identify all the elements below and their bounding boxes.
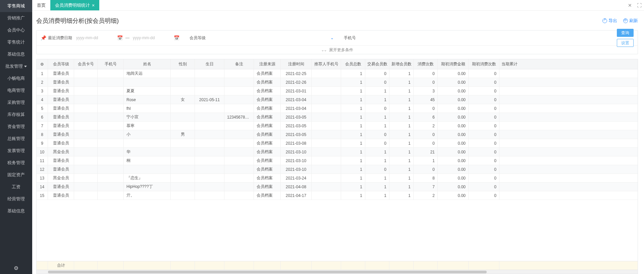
col-remark[interactable]: 备注 xyxy=(224,59,254,69)
calendar-icon[interactable]: 📅 xyxy=(174,35,179,41)
col-member-total[interactable]: 会员总数 xyxy=(341,59,365,69)
col-src[interactable]: 注册来源 xyxy=(254,59,281,69)
chevron-double-down-icon: ⌄⌄ xyxy=(321,48,326,52)
sidebar-item-label: 小畅电商 xyxy=(7,72,25,84)
sidebar-item-13[interactable]: 税务管理 xyxy=(0,157,32,169)
sidebar-item-label: 发票管理 xyxy=(7,145,25,157)
table-row[interactable]: 12普通会员会员档案2021-03-1010100.000 xyxy=(37,165,638,174)
sidebar-item-12[interactable]: 发票管理 xyxy=(0,145,32,157)
table-row[interactable]: 11普通会员桐会员档案2021-03-1011110.000 xyxy=(37,156,638,165)
expand-filters[interactable]: ⌄⌄ 展开更多条件 xyxy=(37,45,638,54)
sidebar-item-label: 基础信息 xyxy=(7,48,25,60)
tab-bar: 首页 会员消费明细统计 × ✕ ⛶ xyxy=(32,0,644,11)
sidebar-item-label: 采购管理 xyxy=(7,96,25,109)
sidebar: 零售商城营销推广会员中心零售统计基础信息批发管理小畅电商电商管理采购管理库存核算… xyxy=(0,0,32,274)
table-row[interactable]: 1普通会员地阔天远会员档案2021-02-2510100.000 xyxy=(37,69,638,78)
calendar-icon[interactable]: 📅 xyxy=(117,35,123,41)
sidebar-item-16[interactable]: 经营管理 xyxy=(0,193,32,205)
col-phone[interactable]: 手机号 xyxy=(98,59,124,69)
table-row[interactable]: 5普通会员fhl会员档案2021-03-0410100.000 xyxy=(37,104,638,113)
sidebar-item-15[interactable]: 工资 xyxy=(0,181,32,193)
col-init-amount[interactable]: 期初消费金额 xyxy=(438,59,469,69)
col-name[interactable]: 姓名 xyxy=(124,59,171,69)
sidebar-item-label: 零售商城 xyxy=(7,0,25,12)
col-member-new[interactable]: 新增会员数 xyxy=(389,59,414,69)
chevron-down-icon xyxy=(24,66,27,67)
table-footer-row: 合计 xyxy=(37,261,638,270)
sidebar-item-6[interactable]: 小畅电商 xyxy=(0,72,32,84)
sidebar-item-3[interactable]: 零售统计 xyxy=(0,36,32,48)
col-refphone[interactable]: 推荐人手机号 xyxy=(312,59,341,69)
sidebar-item-label: 经营管理 xyxy=(7,193,25,205)
sidebar-item-5[interactable]: 批发管理 xyxy=(0,60,32,72)
table-row[interactable]: 9普通会员会员档案2021-03-0810100.000 xyxy=(37,139,638,148)
col-gender[interactable]: 性别 xyxy=(171,59,195,69)
export-icon xyxy=(602,18,607,23)
sidebar-item-14[interactable]: 固定资产 xyxy=(0,169,32,181)
sidebar-item-label: 电商管理 xyxy=(7,84,25,96)
pin-icon[interactable]: 📌 xyxy=(41,35,48,41)
table-row[interactable]: 8普通会员小男会员档案2021-03-0510100.000 xyxy=(37,130,638,139)
scrollbar-thumb[interactable] xyxy=(48,271,487,273)
tab-member-stats[interactable]: 会员消费明细统计 × xyxy=(50,0,99,10)
tab-home[interactable]: 首页 xyxy=(32,0,50,10)
table-row[interactable]: 3普通会员夏夏会员档案2021-03-0111130.000 xyxy=(37,87,638,95)
close-icon[interactable]: × xyxy=(92,3,95,8)
phone-field: 手机号 xyxy=(344,35,436,41)
col-level[interactable]: 会员等级 xyxy=(48,59,74,69)
tab-label: 会员消费明细统计 xyxy=(55,2,90,8)
table-row[interactable]: 14普通会员HipHop????丁会员档案2021-04-0811170.000 xyxy=(37,183,638,191)
sidebar-item-10[interactable]: 资金管理 xyxy=(0,121,32,133)
table-row[interactable]: 4普通会员Rose女2021-05-11会员档案2021-03-04111450… xyxy=(37,95,638,104)
date-range-field: 最近消费日期 📅 — 📅 xyxy=(48,35,179,41)
horizontal-scrollbar[interactable] xyxy=(37,270,638,274)
table-row[interactable]: 7普通会员慕寒会员档案2021-03-0511120.000 xyxy=(37,122,638,130)
col-birth[interactable]: 生日 xyxy=(195,59,224,69)
col-card[interactable]: 会员卡号 xyxy=(74,59,98,69)
col-member-trans[interactable]: 交易会员数 xyxy=(365,59,389,69)
table-row[interactable]: 6普通会员宁小宣12345678…会员档案2021-03-0511160.000 xyxy=(37,113,638,122)
chevron-down-icon: ⌄ xyxy=(330,36,334,40)
data-table: ⚙ 会员等级 会员卡号 手机号 姓名 性别 生日 备注 注册来源 注册时间 推荐… xyxy=(36,59,638,274)
table-row[interactable]: 13黑金会员『恋生』会员档案2021-03-2411180.000 xyxy=(37,174,638,183)
col-current[interactable]: 当期累计 xyxy=(499,59,520,69)
query-button[interactable]: 查询 xyxy=(617,29,634,37)
sidebar-item-9[interactable]: 库存核算 xyxy=(0,109,32,121)
fullscreen-icon[interactable]: ⛶ xyxy=(635,0,644,10)
settings-gear[interactable]: ⚙ xyxy=(0,262,32,274)
member-level-select[interactable]: ⌄ xyxy=(212,36,334,41)
page-title: 会员消费明细分析(按会员明细) xyxy=(36,17,119,25)
tab-close-button[interactable]: ✕ xyxy=(625,0,635,10)
sidebar-item-label: 零售统计 xyxy=(7,36,25,48)
sidebar-item-label: 营销推广 xyxy=(7,12,25,24)
table-row[interactable]: 15普通会员亓。会员档案2021-04-1711120.000 xyxy=(37,191,638,200)
sidebar-item-7[interactable]: 电商管理 xyxy=(0,84,32,96)
filter-panel: 📌 最近消费日期 📅 — 📅 会员等级 ⌄ 手机号 xyxy=(36,30,638,54)
sidebar-item-17[interactable]: 基础信息 xyxy=(0,205,32,217)
date-to-input[interactable] xyxy=(132,35,172,41)
sidebar-item-11[interactable]: 总账管理 xyxy=(0,133,32,145)
sidebar-item-label: 税务管理 xyxy=(7,157,25,169)
refresh-link[interactable]: 刷新 xyxy=(623,18,638,24)
sidebar-item-8[interactable]: 采购管理 xyxy=(0,96,32,109)
sidebar-item-1[interactable]: 营销推广 xyxy=(0,12,32,24)
sidebar-item-0[interactable]: 零售商城 xyxy=(0,0,32,12)
col-regtime[interactable]: 注册时间 xyxy=(281,59,312,69)
table-header-row: ⚙ 会员等级 会员卡号 手机号 姓名 性别 生日 备注 注册来源 注册时间 推荐… xyxy=(37,59,638,69)
sidebar-item-label: 总账管理 xyxy=(7,133,25,145)
page-header: 会员消费明细分析(按会员明细) 导出 刷新 xyxy=(36,14,638,27)
export-link[interactable]: 导出 xyxy=(602,18,617,24)
gear-column-icon[interactable]: ⚙ xyxy=(37,59,48,69)
sidebar-item-2[interactable]: 会员中心 xyxy=(0,24,32,36)
date-from-input[interactable] xyxy=(75,35,116,41)
table-row[interactable]: 10黑金会员华会员档案2021-03-10111210.000 xyxy=(37,148,638,156)
sidebar-item-4[interactable]: 基础信息 xyxy=(0,48,32,60)
phone-input[interactable] xyxy=(362,35,436,41)
refresh-icon xyxy=(623,18,628,23)
table-row[interactable]: 2普通会员会员档案2021-02-2610100.000 xyxy=(37,78,638,87)
sidebar-item-label: 基础信息 xyxy=(7,205,25,217)
footer-total-label: 合计 xyxy=(48,261,74,270)
settings-button[interactable]: 设置 xyxy=(617,39,634,47)
col-init-count[interactable]: 期初消费次数 xyxy=(469,59,499,69)
col-consume-count[interactable]: 消费次数 xyxy=(414,59,438,69)
